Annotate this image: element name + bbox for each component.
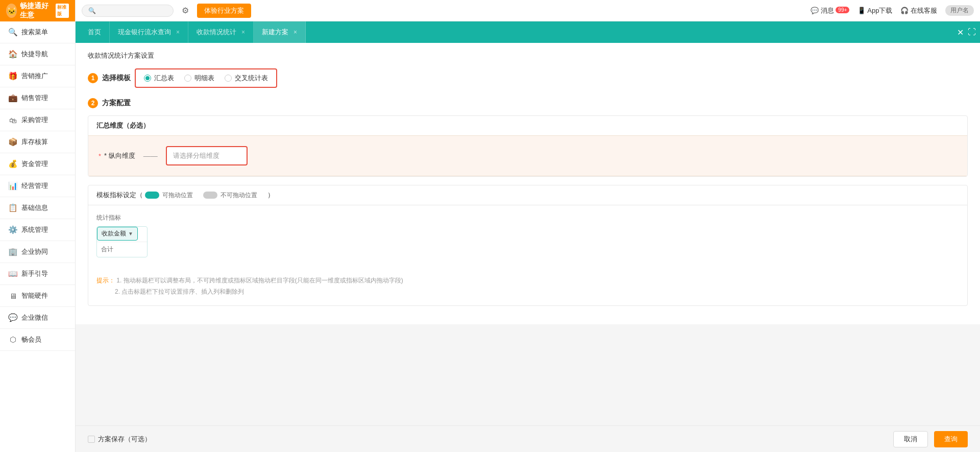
radio-detail-circle: [184, 75, 191, 82]
logo-icon: 🐱: [6, 4, 17, 18]
bottom-bar: 方案保存（可选） 取消 查询: [76, 425, 980, 452]
radio-cross-circle: [225, 75, 232, 82]
search-icon: 🔍: [8, 28, 17, 37]
sidebar: 🐱 畅捷通好生意 标准版 🔍 搜索菜单 🏠 快捷导航 🎁 营销推广 💼 销售管理…: [0, 0, 76, 452]
sidebar-item-label: 企业微信: [21, 313, 48, 322]
sidebar-item-sales[interactable]: 💼 销售管理: [0, 87, 75, 109]
metric-box: 收款金额 ▼ 合计: [96, 226, 148, 257]
purchase-icon: 🛍: [8, 115, 17, 125]
tab-bar: 首页 现金银行流水查询 × 收款情况统计 × 新建方案 × ✕ ⛶: [76, 21, 980, 43]
metric-tag-amount[interactable]: 收款金额 ▼: [97, 227, 138, 241]
home-icon: 🏠: [8, 50, 17, 59]
query-button[interactable]: 查询: [934, 431, 968, 447]
sidebar-item-purchase[interactable]: 🛍 采购管理: [0, 109, 75, 131]
wechat-icon: 💬: [8, 313, 17, 322]
dimension-select[interactable]: 请选择分组维度: [166, 146, 248, 165]
sidebar-item-label: 销售管理: [21, 93, 48, 103]
metric-subtag: 合计: [97, 242, 147, 257]
radio-summary[interactable]: 汇总表: [144, 74, 174, 83]
money-icon: 💰: [8, 159, 17, 169]
tab-new-plan[interactable]: 新建方案 ×: [254, 21, 306, 43]
service-label[interactable]: 🎧 在线客服: [900, 6, 937, 15]
sidebar-item-quick-nav[interactable]: 🏠 快捷导航: [0, 43, 75, 65]
main-area: 🔍 ⚙ 体验行业方案 💬 消息 99+ 📱 App下载 🎧 在线客服 用户名 首…: [76, 0, 980, 452]
download-label[interactable]: 📱 App下载: [857, 6, 892, 15]
sidebar-item-label: 搜索菜单: [21, 28, 48, 37]
tab-cash-flow[interactable]: 现金银行流水查询 ×: [110, 21, 188, 43]
vertical-dim-label: * * 纵向维度: [99, 151, 135, 160]
chart-icon: 📊: [8, 181, 17, 191]
sidebar-item-label: 基础信息: [21, 203, 48, 212]
sidebar-item-label: 快捷导航: [21, 50, 48, 59]
radio-summary-label: 汇总表: [154, 74, 174, 83]
required-star: *: [99, 152, 101, 160]
topbar: 🔍 ⚙ 体验行业方案 💬 消息 99+ 📱 App下载 🎧 在线客服 用户名: [76, 0, 980, 21]
dimension-placeholder: 请选择分组维度: [173, 152, 219, 159]
sidebar-item-inventory[interactable]: 📦 库存核算: [0, 131, 75, 153]
stats-label: 统计指标: [96, 213, 959, 222]
sidebar-item-search[interactable]: 🔍 搜索菜单: [0, 21, 75, 43]
tab-receipts[interactable]: 收款情况统计 ×: [188, 21, 254, 43]
sidebar-item-wechat[interactable]: 💬 企业微信: [0, 307, 75, 329]
guide-icon: 📖: [8, 269, 17, 278]
hardware-icon: 🖥: [8, 291, 17, 300]
footer-buttons: 取消 查询: [893, 431, 968, 447]
save-checkbox-label[interactable]: 方案保存（可选）: [88, 435, 151, 444]
tab-close-cash-flow[interactable]: ×: [176, 29, 180, 36]
radio-cross-label: 交叉统计表: [235, 74, 268, 83]
metrics-content: 统计指标 收款金额 ▼ 合计: [88, 205, 967, 267]
settings-icon[interactable]: ⚙: [182, 6, 189, 15]
save-checkbox[interactable]: [88, 436, 95, 443]
tip-1: 提示： 1. 拖动标题栏可以调整布局，不可跨维度或指标区域拖动栏目字段(只能在同…: [96, 275, 959, 287]
message-badge: 99+: [836, 7, 849, 13]
sidebar-item-basic-info[interactable]: 📋 基础信息: [0, 197, 75, 219]
page-content: 收款情况统计方案设置 1 选择模板 汇总表 明细表: [76, 43, 980, 324]
sidebar-item-label: 新手引导: [21, 269, 48, 278]
sidebar-item-label: 智能硬件: [21, 291, 48, 300]
tab-home[interactable]: 首页: [80, 21, 110, 43]
sidebar-item-system[interactable]: ⚙️ 系统管理: [0, 219, 75, 241]
section-template: 1 选择模板 汇总表 明细表 交叉统计表: [88, 68, 968, 88]
template-radio-group: 汇总表 明细表 交叉统计表: [135, 68, 277, 88]
save-label: 方案保存（可选）: [98, 435, 151, 444]
arrow-icon: ——: [143, 152, 158, 160]
radio-detail[interactable]: 明细表: [184, 74, 214, 83]
section2-num: 2: [88, 98, 98, 108]
dimension-area: * * 纵向维度 —— 请选择分组维度: [88, 135, 967, 176]
tip-icon: 提示：: [96, 277, 115, 284]
dimension-container: 汇总维度（必选） * * 纵向维度 —— 请选择分组维度: [88, 115, 968, 177]
tip-2: 2. 点击标题栏下拉可设置排序、插入列和删除列: [96, 287, 959, 298]
dimension-title: 汇总维度（必选）: [88, 116, 967, 135]
section1-title: 选择模板: [102, 74, 131, 83]
tab-close-new-plan[interactable]: ×: [293, 29, 297, 36]
sidebar-item-member[interactable]: ⬡ 畅会员: [0, 329, 75, 351]
radio-detail-label: 明细表: [194, 74, 214, 83]
fixed-indicator: [203, 192, 217, 199]
tabs-controls: ✕ ⛶: [957, 28, 976, 37]
sidebar-item-label: 营销推广: [21, 72, 48, 81]
cancel-button[interactable]: 取消: [893, 431, 928, 447]
sidebar-item-guide[interactable]: 📖 新手引导: [0, 263, 75, 285]
search-bar[interactable]: 🔍: [82, 5, 174, 17]
close-window-icon[interactable]: ✕: [957, 28, 964, 37]
industry-btn[interactable]: 体验行业方案: [197, 4, 251, 18]
sidebar-item-label: 库存核算: [21, 137, 48, 147]
tab-close-receipts[interactable]: ×: [241, 29, 245, 36]
search-icon: 🔍: [88, 7, 96, 14]
legend-draggable: 可拖动位置: [145, 191, 193, 200]
sidebar-item-label: 资金管理: [21, 159, 48, 169]
sidebar-item-capital[interactable]: 💰 资金管理: [0, 153, 75, 175]
sidebar-item-enterprise[interactable]: 🏢 企业协同: [0, 241, 75, 263]
dimension-row: * * 纵向维度 —— 请选择分组维度: [99, 146, 957, 165]
maximize-icon[interactable]: ⛶: [968, 28, 976, 37]
draggable-indicator: [145, 192, 159, 199]
sidebar-item-operations[interactable]: 📊 经营管理: [0, 175, 75, 197]
topbar-right: 💬 消息 99+ 📱 App下载 🎧 在线客服 用户名: [811, 5, 974, 16]
sidebar-item-hardware[interactable]: 🖥 智能硬件: [0, 285, 75, 307]
user-display[interactable]: 用户名: [945, 5, 974, 16]
sidebar-item-marketing[interactable]: 🎁 营销推广: [0, 65, 75, 87]
inventory-icon: 📦: [8, 137, 17, 147]
message-label[interactable]: 💬 消息 99+: [811, 6, 849, 15]
sidebar-item-label: 经营管理: [21, 181, 48, 191]
radio-cross[interactable]: 交叉统计表: [225, 74, 268, 83]
